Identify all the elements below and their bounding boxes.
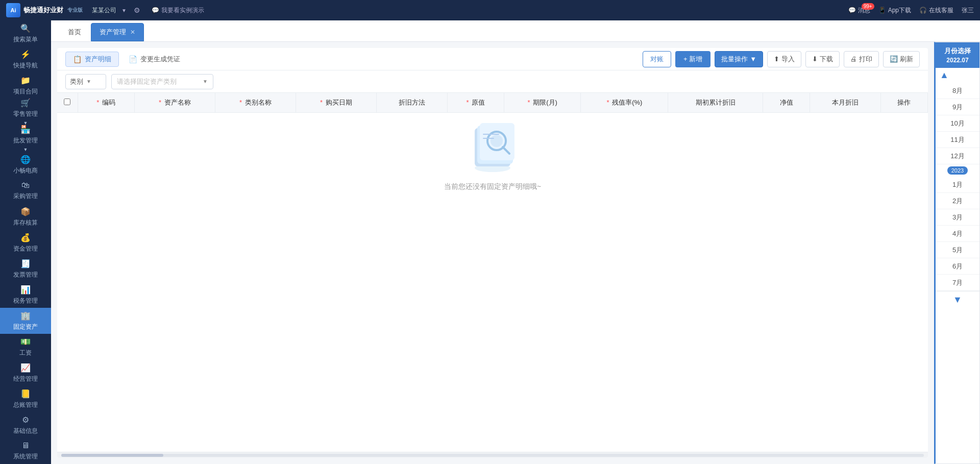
message-icon: 💬 <box>848 7 856 14</box>
sub-tab-asset-detail[interactable]: 📋 资产明细 <box>65 52 119 67</box>
fixed-assets-icon: 🏢 <box>20 311 31 321</box>
month-item-1[interactable]: 1月 <box>936 177 979 193</box>
empty-message: 当前您还没有固定资产明细哦~ <box>444 182 541 191</box>
operations-icon: 📈 <box>20 363 31 373</box>
month-item-9[interactable]: 9月 <box>936 99 979 115</box>
tab-home-label: 首页 <box>68 28 81 37</box>
asset-detail-tab-icon: 📋 <box>73 55 82 63</box>
asset-table: * 编码 * 资产名称 * 类别名称 <box>57 93 928 113</box>
basic-icon: ⚙ <box>22 415 29 425</box>
company-dropdown-icon[interactable]: ▼ <box>121 8 127 13</box>
svg-point-5 <box>491 135 503 147</box>
page-content: 📋 资产明细 📄 变更生成凭证 对账 + 新增 <box>51 42 980 464</box>
sidebar-item-project[interactable]: 📁 项目合同 <box>0 72 51 99</box>
col-monthly-depreciation: 本月折旧 <box>810 93 881 113</box>
settings-icon[interactable]: ⚙ <box>134 6 140 14</box>
reconcile-button[interactable]: 对账 <box>643 51 671 67</box>
sidebar-item-salary[interactable]: 💵 工资 <box>0 334 51 360</box>
app-subtitle: 专业版 <box>67 7 83 14</box>
scrollbar-track[interactable] <box>61 454 924 457</box>
sidebar-item-ledger[interactable]: 📒 总账管理 <box>0 386 51 412</box>
sidebar-ledger-label: 总账管理 <box>13 401 38 409</box>
batch-button[interactable]: 批量操作 ▼ <box>715 51 763 67</box>
sidebar-item-search[interactable]: 🔍 搜索菜单 <box>0 20 51 46</box>
sidebar-item-wholesale[interactable]: 🏪 批发管理 ▼ <box>0 125 51 152</box>
user-name[interactable]: 张三 <box>962 6 974 15</box>
inventory-icon: 📦 <box>20 207 31 216</box>
main-panel: 📋 资产明细 📄 变更生成凭证 对账 + 新增 <box>57 48 928 458</box>
message-button[interactable]: 💬 消息 99+ <box>848 6 870 15</box>
download-button[interactable]: ⬇ 下载 <box>805 51 840 67</box>
month-item-11[interactable]: 11月 <box>936 132 979 148</box>
category-filter-select[interactable]: 类别 ▼ <box>65 74 106 89</box>
brand: Ai 畅捷通好业财 专业版 <box>6 3 83 17</box>
col-code: * 编码 <box>78 93 134 113</box>
message-badge: 99+ <box>862 3 874 10</box>
month-item-4[interactable]: 4月 <box>936 226 979 242</box>
app-download-button[interactable]: 📱 App下载 <box>878 6 911 15</box>
ecommerce-icon: 🌐 <box>20 155 31 164</box>
sidebar-salary-label: 工资 <box>19 349 32 357</box>
batch-dropdown-icon: ▼ <box>750 55 756 63</box>
print-button[interactable]: 🖨 打印 <box>844 51 879 67</box>
sidebar-item-quicknav[interactable]: ⚡ 快捷导航 <box>0 46 51 72</box>
content-area: 首页 资产管理 ✕ 📋 资产明细 📄 变更生成凭证 <box>51 20 980 464</box>
demo-link[interactable]: 💬 我要看实例演示 <box>152 6 204 15</box>
month-picker-nav: ▲ <box>936 68 979 83</box>
sidebar-basic-label: 基础信息 <box>13 427 38 435</box>
sidebar-item-finance[interactable]: 💰 资金管理 <box>0 230 51 256</box>
sidebar-system-label: 系统管理 <box>13 452 38 461</box>
year-badge-2023: 2023 <box>947 166 968 175</box>
tab-asset-management[interactable]: 资产管理 ✕ <box>91 23 144 41</box>
select-all-checkbox[interactable] <box>64 99 70 105</box>
scrollbar-thumb[interactable] <box>61 454 163 457</box>
sub-tab-change-voucher[interactable]: 📄 变更生成凭证 <box>121 52 188 67</box>
sidebar-quicknav-label: 快捷导航 <box>13 61 38 70</box>
sub-tab-change-voucher-label: 变更生成凭证 <box>140 55 180 64</box>
ledger-icon: 📒 <box>20 389 31 399</box>
month-picker-header: 月份选择 2022.07 <box>936 42 979 68</box>
sidebar-item-invoice[interactable]: 🧾 发票管理 <box>0 256 51 282</box>
import-button[interactable]: ⬆ 导入 <box>767 51 801 67</box>
month-picker-panel: 月份选择 2022.07 ▲ 8月 9月 10月 11月 <box>934 42 980 464</box>
month-item-8[interactable]: 8月 <box>936 83 979 99</box>
tab-close-icon[interactable]: ✕ <box>130 29 135 36</box>
sidebar-item-fixed-assets[interactable]: 🏢 固定资产 <box>0 308 51 334</box>
month-picker-down-icon[interactable]: ▼ <box>953 295 962 305</box>
sidebar-item-inventory[interactable]: 📦 库存核算 <box>0 204 51 230</box>
tab-home[interactable]: 首页 <box>59 23 90 41</box>
brand-icon: Ai <box>6 3 20 17</box>
col-category: * 类别名称 <box>215 93 296 113</box>
sidebar-item-purchase[interactable]: 🛍 采购管理 <box>0 178 51 204</box>
salary-icon: 💵 <box>20 337 31 347</box>
input-arrow-icon: ▼ <box>203 79 208 84</box>
month-item-7[interactable]: 7月 <box>936 275 979 291</box>
sidebar-item-retail[interactable]: 🛒 零售管理 ▼ <box>0 99 51 125</box>
finance-icon: 💰 <box>20 233 31 242</box>
month-picker-title: 月份选择 <box>938 46 977 56</box>
sidebar-item-operations[interactable]: 📈 经营管理 <box>0 360 51 386</box>
bottom-scrollbar[interactable] <box>57 452 928 458</box>
sidebar-invoice-label: 发票管理 <box>13 271 38 279</box>
month-item-5[interactable]: 5月 <box>936 242 979 258</box>
month-item-3[interactable]: 3月 <box>936 209 979 226</box>
empty-state: 当前您还没有固定资产明细哦~ <box>57 113 928 191</box>
month-item-10[interactable]: 10月 <box>936 115 979 132</box>
table-container: * 编码 * 资产名称 * 类别名称 <box>57 93 928 452</box>
tab-asset-management-label: 资产管理 <box>100 28 126 37</box>
top-bar-right: 💬 消息 99+ 📱 App下载 🎧 在线客服 张三 <box>848 6 974 15</box>
sidebar-item-ecommerce[interactable]: 🌐 小畅电商 <box>0 152 51 178</box>
refresh-button[interactable]: 🔄 刷新 <box>883 51 920 67</box>
company-name[interactable]: 某某公司 <box>92 6 116 15</box>
online-service-button[interactable]: 🎧 在线客服 <box>919 6 953 15</box>
month-picker-up-icon[interactable]: ▲ <box>940 70 949 81</box>
sidebar-item-tax[interactable]: 📊 税务管理 <box>0 282 51 308</box>
sidebar-item-system[interactable]: 🖥 系统管理 <box>0 438 51 464</box>
month-item-2[interactable]: 2月 <box>936 193 979 209</box>
sidebar-wholesale-label: 批发管理 <box>13 136 38 145</box>
add-button[interactable]: + 新增 <box>675 51 710 67</box>
sidebar-item-basic[interactable]: ⚙ 基础信息 <box>0 412 51 438</box>
category-input-box[interactable]: 请选择固定资产类别 ▼ <box>111 74 213 89</box>
month-item-6[interactable]: 6月 <box>936 258 979 275</box>
month-item-12[interactable]: 12月 <box>936 148 979 164</box>
